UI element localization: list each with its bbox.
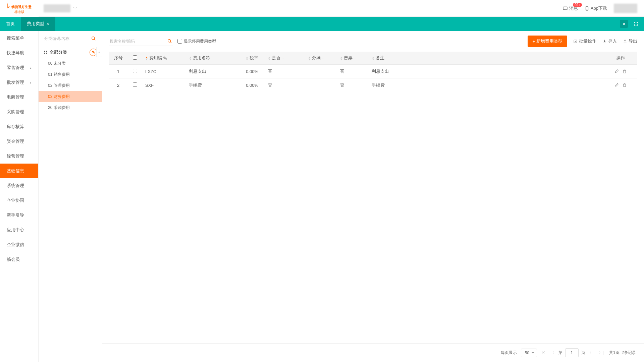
- sidebar-item-13[interactable]: 应用中心: [0, 223, 38, 237]
- sidebar-item-8[interactable]: 经营管理: [0, 149, 38, 164]
- search-input[interactable]: [109, 37, 173, 46]
- top-header: ♭ 畅捷通好生意 标准版 ﹀ 消息 99+ App下载: [0, 0, 644, 17]
- tab-fee-type[interactable]: 费用类型 ✕: [21, 17, 55, 31]
- sidebar-item-5[interactable]: 采购管理: [0, 105, 38, 119]
- table-row: 2SXF手续费0.00%否否手续费: [109, 78, 637, 92]
- first-page-button[interactable]: K: [541, 350, 546, 356]
- chevron-down-icon: ﹀: [73, 5, 77, 11]
- sidebar-item-6[interactable]: 库存核算: [0, 119, 38, 134]
- import-button[interactable]: 导入: [602, 38, 617, 44]
- add-fee-type-button[interactable]: + 新增费用类型: [528, 36, 567, 47]
- export-button[interactable]: 导出: [623, 38, 637, 44]
- edit-icon: ✎: [92, 50, 95, 55]
- sidebar-item-3[interactable]: 批发管理▸: [0, 75, 38, 90]
- cell-checkbox: [127, 65, 143, 78]
- th-operation: 操作: [604, 52, 637, 65]
- logo-edition: 标准版: [14, 10, 24, 14]
- sidebar-item-12[interactable]: 新手引导: [0, 208, 38, 223]
- search-box: [109, 37, 173, 46]
- sidebar-item-15[interactable]: 畅会员: [0, 252, 38, 267]
- th-name[interactable]: ▲▼费用名称: [186, 52, 238, 65]
- cell-code: SXF: [143, 78, 186, 92]
- svg-point-2: [587, 9, 587, 9]
- category-search-input[interactable]: [44, 34, 97, 43]
- category-edit-button[interactable]: ✎: [90, 49, 97, 56]
- row-checkbox[interactable]: [133, 69, 137, 73]
- prev-page-button[interactable]: 〈: [549, 349, 556, 356]
- per-page-select[interactable]: 50: [521, 349, 537, 357]
- th-code[interactable]: ▲▼费用编码: [143, 52, 186, 65]
- company-name-blur: [44, 4, 70, 12]
- import-label: 导入: [608, 38, 617, 44]
- messages-button[interactable]: 消息 99+: [562, 5, 578, 11]
- tab-bar: 首页 费用类型 ✕ ✕: [0, 17, 644, 31]
- th-seq[interactable]: 序号: [109, 52, 127, 65]
- category-item-4[interactable]: 20 采购费用: [39, 102, 102, 113]
- cell-remark: 手续费: [369, 78, 604, 92]
- sidebar-item-label: 系统管理: [7, 183, 24, 189]
- category-item-2[interactable]: 02 管理费用: [39, 80, 102, 91]
- app-download-button[interactable]: App下载: [585, 5, 607, 11]
- sidebar-item-9[interactable]: 基础信息: [0, 164, 38, 178]
- th-pp[interactable]: ▲▼普票...: [337, 52, 369, 65]
- show-disabled-input[interactable]: [177, 39, 182, 44]
- category-item-3[interactable]: 03 财务费用: [39, 91, 102, 102]
- cell-seq: 1: [109, 65, 127, 78]
- th-ft[interactable]: ▲▼分摊...: [305, 52, 337, 65]
- category-all[interactable]: 全部分类 ✎: [39, 47, 102, 58]
- sidebar-item-label: 搜索菜单: [7, 35, 24, 41]
- th-rate[interactable]: ▲▼税率: [238, 52, 265, 65]
- fullscreen-button[interactable]: [632, 20, 640, 28]
- sidebar-item-14[interactable]: 企业微信: [0, 237, 38, 252]
- th-remark[interactable]: ▲▼备注: [369, 52, 604, 65]
- sidebar-item-label: 企业协同: [7, 197, 24, 203]
- user-avatar[interactable]: [614, 4, 637, 13]
- sidebar-item-label: 零售管理: [7, 65, 24, 71]
- content-area: 显示停用费用类型 + 新增费用类型 批量操作 导入: [102, 31, 644, 362]
- svg-rect-4: [44, 51, 46, 52]
- delete-row-button[interactable]: [622, 69, 627, 74]
- tab-close-all-button[interactable]: ✕: [620, 20, 628, 28]
- sidebar-item-10[interactable]: 系统管理: [0, 178, 38, 193]
- toolbar: 显示停用费用类型 + 新增费用类型 批量操作 导入: [102, 31, 644, 52]
- edit-row-button[interactable]: [614, 83, 619, 87]
- sidebar-item-11[interactable]: 企业协同: [0, 193, 38, 208]
- next-page-button[interactable]: 〉: [588, 349, 595, 356]
- tab-home-label: 首页: [6, 21, 15, 27]
- tab-close-icon[interactable]: ✕: [46, 22, 49, 26]
- collapse-panel-button[interactable]: «: [96, 47, 102, 57]
- svg-rect-0: [563, 7, 567, 10]
- page-input[interactable]: [565, 348, 579, 357]
- svg-rect-6: [44, 53, 46, 54]
- sidebar-item-0[interactable]: 搜索菜单: [0, 31, 38, 46]
- sidebar-item-label: 电商管理: [7, 94, 24, 100]
- th-sf[interactable]: ▲▼是否...: [265, 52, 305, 65]
- search-icon[interactable]: [167, 39, 172, 44]
- tab-bar-actions: ✕: [620, 20, 640, 28]
- tab-fee-type-label: 费用类型: [27, 21, 44, 27]
- category-panel: « 全部分类 ✎ 00 未分类01 销售费用02 管理费用03 财务费用20 采…: [39, 31, 102, 362]
- sidebar-item-1[interactable]: 快捷导航: [0, 46, 38, 60]
- batch-action-button[interactable]: 批量操作: [573, 38, 596, 44]
- select-all-checkbox[interactable]: [133, 55, 137, 60]
- category-item-1[interactable]: 01 销售费用: [39, 69, 102, 80]
- add-button-label: 新增费用类型: [536, 38, 562, 44]
- app-download-label: App下载: [591, 5, 607, 11]
- th-checkbox[interactable]: [127, 52, 143, 65]
- sidebar-item-7[interactable]: 资金管理: [0, 134, 38, 149]
- cell-operation: [604, 65, 637, 78]
- row-checkbox[interactable]: [133, 82, 137, 87]
- tab-home[interactable]: 首页: [0, 17, 21, 31]
- chevron-down-icon: ▸: [30, 81, 32, 84]
- delete-row-button[interactable]: [622, 83, 627, 87]
- category-item-0[interactable]: 00 未分类: [39, 58, 102, 69]
- search-icon[interactable]: [91, 36, 96, 41]
- company-selector[interactable]: ﹀: [44, 3, 77, 14]
- sidebar-item-2[interactable]: 零售管理▸: [0, 60, 38, 75]
- sidebar-item-4[interactable]: 电商管理: [0, 90, 38, 105]
- edit-row-button[interactable]: [614, 69, 619, 74]
- sidebar-item-label: 资金管理: [7, 138, 24, 144]
- cell-name: 利息支出: [186, 65, 238, 78]
- show-disabled-checkbox[interactable]: 显示停用费用类型: [177, 39, 216, 44]
- last-page-button[interactable]: 〉|: [597, 349, 605, 356]
